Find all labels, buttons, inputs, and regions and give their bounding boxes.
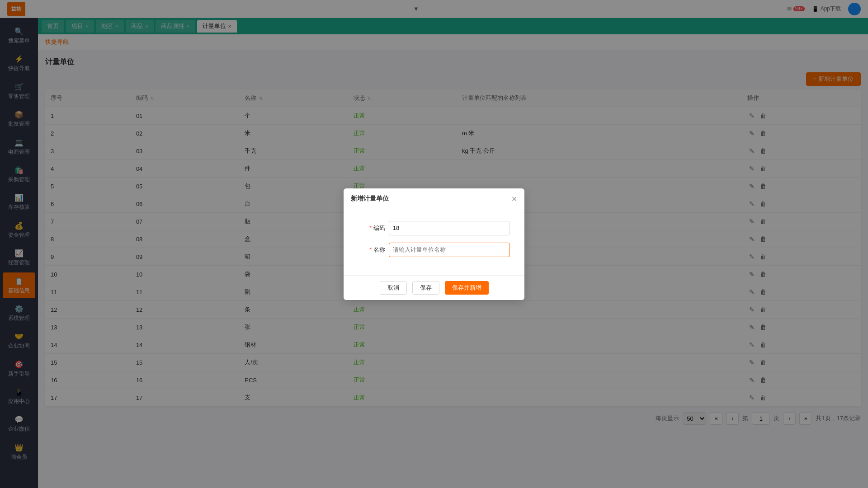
save-button[interactable]: 保存 (412, 281, 439, 295)
code-label: 编码 (358, 224, 385, 232)
modal-header: 新增计量单位 ✕ (344, 188, 524, 210)
modal-overlay: 新增计量单位 ✕ 编码 名称 取消 保存 保存并新增 (0, 0, 868, 488)
add-unit-modal: 新增计量单位 ✕ 编码 名称 取消 保存 保存并新增 (344, 188, 524, 300)
save-and-new-button[interactable]: 保存并新增 (445, 281, 489, 295)
name-input[interactable] (389, 243, 510, 257)
modal-body: 编码 名称 (344, 210, 524, 275)
modal-title: 新增计量单位 (351, 195, 389, 203)
form-item-code: 编码 (358, 221, 510, 235)
form-item-name: 名称 (358, 243, 510, 257)
cancel-button[interactable]: 取消 (380, 281, 407, 295)
modal-footer: 取消 保存 保存并新增 (344, 275, 524, 300)
name-label: 名称 (358, 246, 385, 254)
code-input[interactable] (389, 221, 510, 235)
modal-close-btn[interactable]: ✕ (511, 195, 517, 203)
